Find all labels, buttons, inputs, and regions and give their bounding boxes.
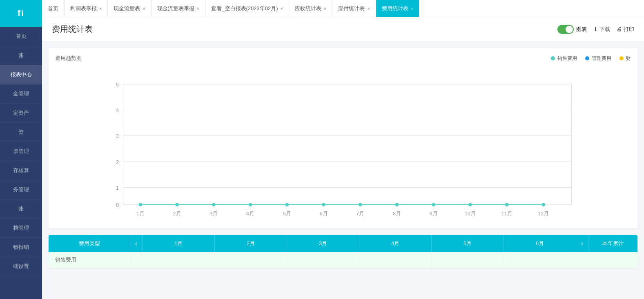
svg-text:11月: 11月: [501, 211, 513, 217]
tab-bar: 首页 利润表季报 × 现金流量表 × 现金流量表季报 × 查看_空白报表(202…: [42, 0, 644, 17]
tab-payable[interactable]: 应付统计表 ×: [332, 0, 376, 17]
close-tab-receivable[interactable]: ×: [324, 6, 326, 11]
sidebar-item-report-center[interactable]: 报表中心: [0, 65, 42, 84]
td-m1: [143, 252, 215, 268]
svg-point-32: [395, 203, 399, 206]
table-section: 费用类型 ‹ 1月 2月 3月 4月 5月 6月 › 本年累计 销售费用: [49, 235, 637, 268]
svg-point-29: [285, 203, 289, 206]
td-m6: [504, 252, 576, 268]
legend-dot-sales: [551, 56, 555, 60]
close-tab-payable[interactable]: ×: [367, 6, 370, 11]
legend-label-admin: 管理费用: [592, 55, 611, 62]
close-tab-cashflow-q[interactable]: ×: [197, 6, 199, 11]
th-month2: 2月: [215, 235, 287, 252]
svg-text:2月: 2月: [173, 211, 181, 217]
svg-point-25: [139, 203, 142, 206]
svg-text:3: 3: [116, 133, 119, 139]
legend-finance: 财: [619, 55, 631, 62]
th-month1: 1月: [143, 235, 215, 252]
print-icon: 🖨: [617, 26, 622, 32]
sidebar-item-reimbursement[interactable]: 畅报销: [0, 238, 42, 257]
chart-section: 费用趋势图 销售费用 管理费用 财: [49, 48, 637, 228]
tab-home[interactable]: 首页: [42, 0, 65, 17]
content-area: 费用统计表 图表 ⬇ 下载 🖨 打印 费用趋势图: [42, 17, 644, 299]
td-m2: [215, 252, 287, 268]
svg-text:7月: 7月: [356, 211, 364, 217]
svg-point-33: [432, 203, 435, 206]
svg-text:0: 0: [116, 202, 119, 208]
svg-text:2: 2: [116, 159, 119, 165]
th-type: 费用类型: [49, 235, 130, 252]
td-next: [576, 252, 588, 268]
svg-text:5月: 5月: [283, 211, 291, 217]
sidebar-item-home[interactable]: 首页: [0, 27, 42, 46]
td-m3: [287, 252, 359, 268]
td-type: 销售费用: [49, 252, 130, 268]
svg-point-35: [505, 203, 508, 206]
sidebar-item-inventory[interactable]: 存核算: [0, 161, 42, 180]
svg-point-30: [322, 203, 325, 206]
sidebar-logo: fi: [0, 0, 42, 27]
svg-text:5: 5: [116, 82, 119, 88]
table-row: 销售费用: [49, 252, 637, 268]
tab-blank-report[interactable]: 查看_空白报表(2023年02月) ×: [205, 0, 289, 17]
svg-rect-12: [123, 84, 572, 205]
sidebar-item-settings[interactable]: 础设置: [0, 257, 42, 276]
svg-point-28: [249, 203, 252, 206]
th-month3: 3月: [287, 235, 359, 252]
sidebar-item-archive[interactable]: 档管理: [0, 219, 42, 238]
svg-text:9月: 9月: [430, 211, 438, 217]
th-next-arrow[interactable]: ›: [576, 235, 588, 252]
svg-point-36: [542, 203, 545, 206]
chart-toggle-wrap: 图表: [557, 25, 587, 34]
main-area: 首页 利润表季报 × 现金流量表 × 现金流量表季报 × 查看_空白报表(202…: [42, 0, 644, 299]
toggle-label: 图表: [576, 26, 587, 33]
legend-label-finance: 财: [626, 55, 631, 62]
tab-receivable[interactable]: 应收统计表 ×: [289, 0, 332, 17]
download-button[interactable]: ⬇ 下载: [593, 26, 610, 33]
td-m4: [359, 252, 432, 268]
svg-text:8月: 8月: [393, 211, 401, 217]
svg-text:1月: 1月: [136, 211, 145, 217]
legend-dot-admin: [585, 56, 589, 60]
th-month4: 4月: [359, 235, 432, 252]
chart-title: 费用趋势图: [55, 55, 82, 62]
td-prev: [130, 252, 143, 268]
sidebar-item-invoice[interactable]: 票管理: [0, 142, 42, 161]
legend-sales: 销售费用: [551, 55, 577, 62]
close-tab-cashflow[interactable]: ×: [143, 6, 145, 11]
th-prev-arrow[interactable]: ‹: [130, 235, 143, 252]
header-actions: 图表 ⬇ 下载 🖨 打印: [557, 25, 634, 34]
table-body: 销售费用: [49, 252, 637, 268]
svg-text:12月: 12月: [538, 211, 549, 217]
sidebar-item-ledger[interactable]: 账: [0, 199, 42, 219]
page-header: 费用统计表 图表 ⬇ 下载 🖨 打印: [42, 17, 644, 42]
svg-text:4: 4: [116, 108, 119, 113]
download-icon: ⬇: [593, 26, 598, 32]
sidebar-item-capital[interactable]: 资: [0, 123, 42, 142]
close-tab-blank[interactable]: ×: [281, 6, 283, 11]
tab-expense[interactable]: 费用统计表 ×: [376, 0, 419, 17]
chart-toggle[interactable]: [557, 25, 574, 34]
th-ytd: 本年累计: [588, 235, 637, 252]
close-tab-expense[interactable]: ×: [411, 6, 413, 11]
sidebar-item-account[interactable]: 账: [0, 46, 42, 65]
legend-label-sales: 销售费用: [557, 55, 577, 62]
svg-text:6月: 6月: [319, 211, 328, 217]
legend-admin: 管理费用: [585, 55, 611, 62]
tab-cashflow-quarterly[interactable]: 现金流量表季报 ×: [152, 0, 205, 17]
td-ytd: [588, 252, 637, 268]
chart-legend: 销售费用 管理费用 财: [551, 55, 631, 62]
close-tab-profit[interactable]: ×: [99, 6, 102, 11]
print-button[interactable]: 🖨 打印: [617, 26, 634, 33]
sidebar-item-fund[interactable]: 金管理: [0, 84, 42, 104]
line-chart: 5 4 3 2 1 0 1月 2月: [55, 67, 631, 222]
tab-cashflow[interactable]: 现金流量表 ×: [108, 0, 151, 17]
tab-profit-quarterly[interactable]: 利润表季报 ×: [65, 0, 108, 17]
sidebar-item-service[interactable]: 务管理: [0, 180, 42, 199]
table-header: 费用类型 ‹ 1月 2月 3月 4月 5月 6月 › 本年累计: [49, 235, 637, 252]
svg-point-31: [359, 203, 362, 206]
chart-container: 5 4 3 2 1 0 1月 2月: [55, 67, 631, 222]
sidebar: fi 首页 账 报表中心 金管理 定资产 资 票管理 存核算 务管理 账 档管理…: [0, 0, 42, 299]
sidebar-item-assets[interactable]: 定资产: [0, 104, 42, 123]
